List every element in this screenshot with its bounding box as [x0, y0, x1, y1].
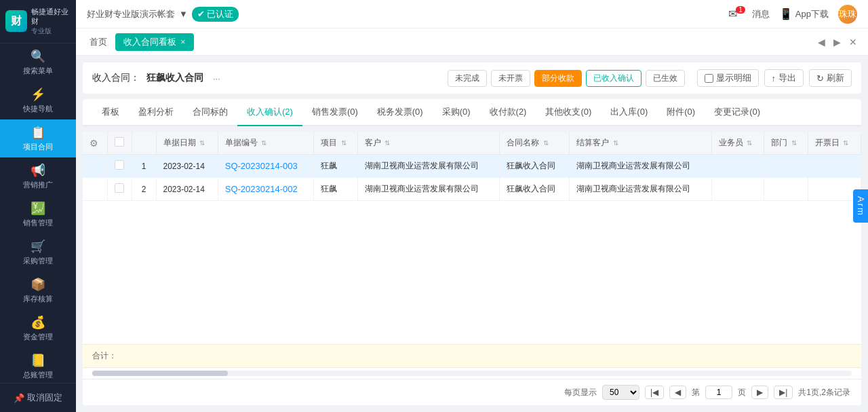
td-code[interactable]: SQ-20230214-003	[218, 155, 314, 178]
inner-tab-附件[interactable]: 附件(0)	[657, 99, 705, 126]
inner-tab-采购[interactable]: 采购(0)	[433, 99, 480, 126]
inner-tab-其他收支[interactable]: 其他收支(0)	[536, 99, 601, 126]
sort-icon-salesperson[interactable]: ⇅	[747, 139, 752, 147]
header-checkbox[interactable]	[115, 137, 124, 147]
td-bill_date	[808, 155, 861, 178]
status-btn-未开票[interactable]: 未开票	[491, 70, 530, 87]
company-dropdown-icon[interactable]: ▼	[179, 9, 188, 19]
inner-tab-出入库[interactable]: 出入库(0)	[601, 99, 657, 126]
sidebar-item-库存核算[interactable]: 📦 库存核算	[0, 271, 76, 310]
sidebar-item-总账管理[interactable]: 📒 总账管理	[0, 348, 76, 383]
pagination-last-btn[interactable]: ▶|	[774, 386, 793, 399]
notification-count: 1	[736, 6, 745, 14]
td-code[interactable]: SQ-20230214-002	[218, 178, 314, 201]
inner-tab-税务发票[interactable]: 税务发票(0)	[368, 99, 433, 126]
inner-tabs: 看板盈利分析合同标的收入确认(2)销售发票(0)税务发票(0)采购(0)收付款(…	[83, 99, 861, 126]
pagination: 每页显示 50 100 200 |◀ ◀ 第 页 ▶ ▶| 共1页,2条记录	[83, 379, 861, 405]
sort-icon-contract_name[interactable]: ⇅	[543, 139, 549, 147]
sort-icon-department[interactable]: ⇅	[791, 139, 797, 147]
footer-total-label: 合计：	[92, 350, 117, 362]
table-header-row: ⚙单据日期 ⇅单据编号 ⇅项目 ⇅客户 ⇅合同名称 ⇅结算客户 ⇅业务员 ⇅部门…	[83, 132, 861, 155]
contract-action-btn-显示明细[interactable]: 显示明细	[697, 69, 759, 87]
inner-tab-盈利分析[interactable]: 盈利分析	[129, 99, 183, 126]
th-contract_name: 合同名称 ⇅	[500, 132, 570, 155]
sort-icon-customer[interactable]: ⇅	[384, 139, 390, 147]
sidebar-item-项目合同[interactable]: 📋 项目合同	[0, 119, 76, 157]
sidebar-icon: 💰	[31, 315, 45, 330]
sidebar-label: 采购管理	[23, 256, 53, 266]
app-download-action[interactable]: 📱 App下载	[779, 7, 829, 20]
contract-action-btn-刷新[interactable]: ↻刷新	[809, 69, 852, 87]
nav-prev-icon[interactable]: ◀	[815, 35, 828, 49]
inner-tab-变更记录[interactable]: 变更记录(0)	[705, 99, 770, 126]
tab-active[interactable]: 收入合同看板 ×	[115, 33, 194, 51]
show-detail-checkbox[interactable]	[705, 74, 713, 83]
row-checkbox[interactable]	[115, 160, 124, 170]
sort-icon-project[interactable]: ⇅	[341, 139, 347, 147]
tab-home[interactable]: 首页	[84, 33, 113, 51]
sidebar-pin-button[interactable]: 📌 取消固定	[3, 388, 73, 408]
td-project: 狂飙	[314, 178, 358, 201]
nav-close-icon[interactable]: ✕	[846, 35, 860, 49]
message-label: 消息	[752, 8, 770, 20]
pagination-first-btn[interactable]: |◀	[645, 386, 664, 399]
topbar-actions: ✉ 1 消息 📱 App下载 珠珠	[728, 5, 857, 24]
per-page-select[interactable]: 50 100 200	[602, 385, 639, 400]
total-info: 共1页,2条记录	[798, 387, 850, 398]
tabbar: 首页 收入合同看板 × ◀ ▶ ✕	[76, 29, 868, 56]
refresh-icon: ↻	[816, 73, 824, 83]
inner-tab-收入确认[interactable]: 收入确认(2)	[237, 99, 302, 126]
td-salesperson	[711, 155, 764, 178]
status-btn-已生效[interactable]: 已生效	[646, 70, 685, 87]
message-action[interactable]: ✉ 1 消息	[728, 7, 770, 20]
th-customer: 客户 ⇅	[358, 132, 500, 155]
inner-tab-收付款[interactable]: 收付款(2)	[480, 99, 536, 126]
pagination-prev-btn[interactable]: ◀	[669, 386, 686, 399]
main-area: 好业财专业版演示帐套 ▼ ✔ 已认证 ✉ 1 消息 📱 App下载 珠珠	[76, 0, 868, 412]
nav-next-icon[interactable]: ▶	[831, 35, 844, 49]
sort-icon-date[interactable]: ⇅	[199, 139, 205, 147]
status-btn-未完成[interactable]: 未完成	[448, 70, 487, 87]
status-btn-已收入确认[interactable]: 已收入确认	[586, 70, 642, 87]
th-check	[107, 132, 132, 155]
sidebar-item-资金管理[interactable]: 💰 资金管理	[0, 310, 76, 348]
arm-sticky-button[interactable]: Arm	[853, 189, 868, 223]
table-scroll[interactable]: ⚙单据日期 ⇅单据编号 ⇅项目 ⇅客户 ⇅合同名称 ⇅结算客户 ⇅业务员 ⇅部门…	[83, 132, 861, 344]
settings-gear-icon[interactable]: ⚙	[90, 138, 98, 149]
sort-icon-settled_customer[interactable]: ⇅	[613, 139, 618, 147]
sidebar-item-快捷导航[interactable]: ⚡ 快捷导航	[0, 81, 76, 119]
sort-icon-bill_date[interactable]: ⇅	[843, 139, 848, 147]
user-action[interactable]: 珠珠	[838, 5, 857, 24]
sidebar-icon: 📦	[31, 277, 45, 292]
status-btn-部分收款[interactable]: 部分收款	[534, 70, 582, 87]
scrollbar-thumb[interactable]	[92, 371, 228, 376]
row-code-link[interactable]: SQ-20230214-003	[225, 161, 298, 171]
td-date: 2023-02-14	[156, 155, 218, 178]
th-bill_date: 开票日 ⇅	[808, 132, 861, 155]
tab-label: 收入合同看板	[123, 36, 176, 48]
per-page-label: 每页显示	[564, 387, 597, 398]
contract-more-button[interactable]: ···	[210, 73, 223, 83]
tab-close-icon[interactable]: ×	[180, 37, 186, 47]
contract-action-btn-导出[interactable]: ↑导出	[764, 69, 804, 87]
pin-label: 取消固定	[27, 392, 62, 404]
row-code-link[interactable]: SQ-20230214-002	[225, 184, 298, 194]
td-project: 狂飙	[314, 155, 358, 178]
page-number-input[interactable]	[705, 386, 732, 399]
td-settings	[83, 155, 107, 178]
sidebar-label: 库存核算	[23, 294, 53, 304]
sort-icon-code[interactable]: ⇅	[261, 139, 267, 147]
sidebar-item-销售管理[interactable]: 💹 销售管理	[0, 195, 76, 233]
inner-tab-看板[interactable]: 看板	[92, 99, 129, 126]
sidebar-label: 项目合同	[23, 142, 53, 152]
sidebar-item-营销推广[interactable]: 📢 营销推广	[0, 157, 76, 195]
row-checkbox[interactable]	[115, 183, 124, 193]
avatar-text: 珠珠	[839, 8, 856, 20]
sidebar-item-搜索菜单[interactable]: 🔍 搜索菜单	[0, 43, 76, 81]
td-salesperson	[711, 178, 764, 201]
pagination-next-btn[interactable]: ▶	[751, 386, 768, 399]
tabbar-nav: ◀ ▶ ✕	[815, 35, 860, 49]
sidebar-item-采购管理[interactable]: 🛒 采购管理	[0, 233, 76, 271]
inner-tab-合同标的[interactable]: 合同标的	[183, 99, 237, 126]
inner-tab-销售发票[interactable]: 销售发票(0)	[302, 99, 368, 126]
